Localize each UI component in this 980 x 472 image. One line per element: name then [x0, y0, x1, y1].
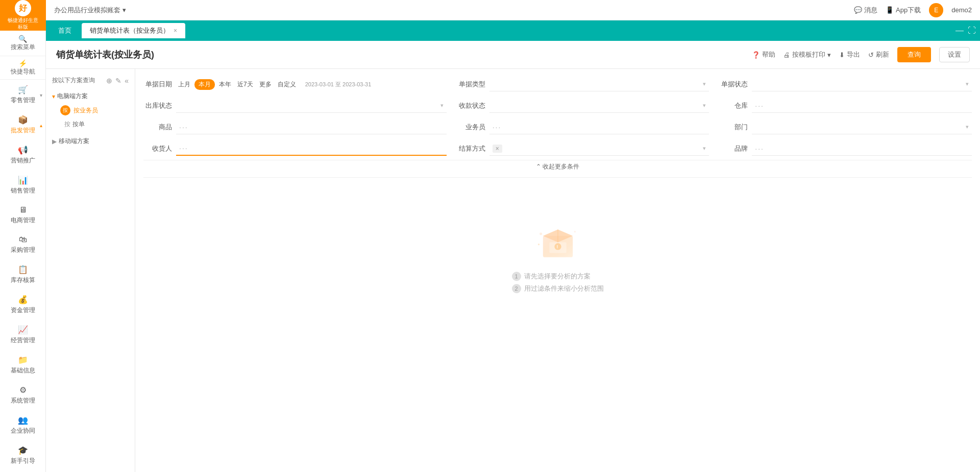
- help-button[interactable]: ❓ 帮助: [752, 50, 775, 59]
- sidebar-item-wholesale[interactable]: 📦 批发管理 ▴: [0, 110, 45, 140]
- edit-scheme-icon[interactable]: ✎: [115, 77, 121, 85]
- sidebar-logo[interactable]: 好 畅捷通好生意 标版: [0, 0, 46, 31]
- print-dropdown-icon: ▾: [827, 51, 831, 59]
- settlement-label: 结算方式: [457, 144, 485, 153]
- collapse-panel-icon[interactable]: «: [125, 77, 129, 85]
- logo-text: 畅捷通好生意: [8, 17, 38, 23]
- settings-button[interactable]: 设置: [939, 47, 970, 62]
- app-download-button[interactable]: 📱 App下载: [886, 6, 921, 15]
- topbar-right: 💬 消息 📱 App下载 E demo2: [854, 3, 972, 17]
- message-button[interactable]: 💬 消息: [854, 6, 877, 15]
- right-panel: 单据日期 上月 本月 本年 近7天 更多 自定义 2023-03-01 至 20…: [135, 69, 980, 472]
- mobile-scheme-header[interactable]: ▶ 移动端方案: [46, 135, 135, 148]
- status-select[interactable]: ▾: [752, 77, 972, 91]
- out-status-label: 出库状态: [143, 101, 172, 110]
- sidebar-search[interactable]: 🔍 搜索菜单: [0, 31, 45, 56]
- sidebar-item-collab[interactable]: 👥 企业协同: [0, 410, 45, 440]
- sidebar-item-retail[interactable]: 🛒 零售管理 ▾: [0, 80, 45, 110]
- receiver-input[interactable]: ···: [176, 141, 447, 156]
- add-scheme-icon[interactable]: ⊕: [106, 77, 112, 85]
- type-label: 单据类型: [457, 80, 485, 89]
- out-status-select[interactable]: ▾: [176, 99, 447, 113]
- goods-select[interactable]: ···: [176, 120, 447, 134]
- desktop-scheme-group: ▾ 电脑端方案 按 按业务员 按 按单: [46, 88, 135, 133]
- filter-settlement: 结算方式 × ▾: [457, 141, 709, 156]
- type-select[interactable]: ▾: [489, 77, 709, 91]
- date-btn-7days[interactable]: 近7天: [235, 79, 255, 90]
- sidebar-item-guide[interactable]: 🎓 新手引导: [0, 440, 45, 470]
- filter-row-3: 商品 ··· 业务员 ··· 部门 ▾: [143, 120, 972, 134]
- staff-label: 业务员: [457, 123, 485, 132]
- sidebar-item-finance[interactable]: 💰 资金管理: [0, 290, 45, 320]
- sidebar-item-basic[interactable]: 📁 基础信息: [0, 350, 45, 380]
- empty-illustration: !: [532, 213, 583, 264]
- sidebar-item-inventory[interactable]: 📋 库存核算: [0, 259, 45, 290]
- status-label: 单据状态: [719, 80, 748, 89]
- sidebar-quick-nav[interactable]: ⚡ 快捷导航: [0, 56, 45, 80]
- print-button[interactable]: 🖨 按模板打印 ▾: [783, 50, 831, 59]
- sidebar-item-purchase[interactable]: 🛍 采购管理: [0, 230, 45, 259]
- tab-maximize-icon[interactable]: ⛶: [968, 26, 976, 35]
- refresh-button[interactable]: ↺ 刷新: [868, 50, 889, 59]
- finance-icon: 💰: [18, 295, 28, 304]
- username-label: demo2: [951, 6, 972, 14]
- date-btn-custom[interactable]: 自定义: [276, 79, 298, 90]
- export-button[interactable]: ⬇ 导出: [839, 50, 860, 59]
- product-selector[interactable]: 办公用品行业模拟账套 ▾: [54, 6, 126, 15]
- tabbar: 首页 销货单统计表（按业务员） × — ⛶: [46, 20, 980, 41]
- scheme-item-staff[interactable]: 按 按业务员: [46, 103, 135, 118]
- date-btn-more[interactable]: 更多: [257, 79, 274, 90]
- warehouse-label: 仓库: [719, 101, 748, 110]
- date-btn-last-month[interactable]: 上月: [176, 79, 192, 90]
- logo-icon: 好: [15, 0, 31, 16]
- system-icon: ⚙: [19, 385, 27, 395]
- print-icon: 🖨: [783, 51, 790, 59]
- settlement-tag-close[interactable]: ×: [496, 145, 499, 152]
- staff-select[interactable]: ···: [489, 120, 709, 134]
- receiver-label: 收货人: [143, 144, 172, 153]
- empty-tips: 1 请先选择要分析的方案 2 用过滤条件来缩小分析范围: [512, 272, 604, 296]
- warehouse-select[interactable]: ···: [752, 99, 972, 113]
- sidebar-item-ecommerce[interactable]: 🖥 电商管理: [0, 200, 45, 230]
- filter-status: 单据状态 ▾: [719, 77, 972, 91]
- svg-text:!: !: [556, 244, 558, 249]
- tab-home[interactable]: 首页: [50, 23, 80, 38]
- tab-minimize-icon[interactable]: —: [955, 26, 964, 35]
- scheme-icon: 按: [60, 105, 70, 115]
- sidebar-item-marketing[interactable]: 📢 营销推广: [0, 140, 45, 170]
- brand-select[interactable]: ···: [752, 141, 972, 156]
- dept-icon: ▾: [966, 124, 969, 130]
- filter-out-status: 出库状态 ▾: [143, 99, 447, 113]
- filter-row-1: 单据日期 上月 本月 本年 近7天 更多 自定义 2023-03-01 至 20…: [143, 77, 972, 91]
- date-btn-this-year[interactable]: 本年: [217, 79, 233, 90]
- pay-status-select[interactable]: ▾: [489, 99, 709, 113]
- empty-tip-1: 1 请先选择要分析的方案: [512, 272, 604, 281]
- collab-icon: 👥: [18, 415, 28, 425]
- phone-icon: 📱: [886, 6, 894, 14]
- date-controls: 上月 本月 本年 近7天 更多 自定义 2023-03-01 至 2023-03…: [176, 79, 447, 90]
- sidebar-item-system[interactable]: ⚙ 系统管理: [0, 380, 45, 410]
- pay-status-icon: ▾: [703, 102, 706, 109]
- sidebar-item-sales[interactable]: 📊 销售管理: [0, 170, 45, 200]
- status-dropdown-icon: ▾: [966, 81, 969, 87]
- pay-status-label: 收款状态: [457, 101, 485, 110]
- sidebar-item-operation[interactable]: 📈 经营管理: [0, 320, 45, 350]
- collapse-filters-button[interactable]: ⌃ 收起更多条件: [143, 160, 972, 173]
- filter-goods: 商品 ···: [143, 120, 447, 134]
- date-quick-buttons: 上月 本月 本年 近7天 更多 自定义: [176, 79, 298, 90]
- sub-scheme-item-order[interactable]: 按 按单: [46, 118, 135, 131]
- desktop-scheme-header[interactable]: ▾ 电脑端方案: [46, 90, 135, 103]
- date-btn-this-month[interactable]: 本月: [194, 79, 215, 90]
- dept-select[interactable]: ▾: [752, 120, 972, 134]
- user-avatar[interactable]: E: [929, 3, 943, 17]
- export-icon: ⬇: [839, 51, 845, 59]
- dept-label: 部门: [719, 123, 748, 132]
- settlement-select[interactable]: × ▾: [489, 141, 709, 156]
- page-header: 销货单统计表(按业务员) ❓ 帮助 🖨 按模板打印 ▾ ⬇ 导出 ↺ 刷新 查询…: [46, 41, 980, 69]
- filter-pay-status: 收款状态 ▾: [457, 99, 709, 113]
- query-button[interactable]: 查询: [897, 47, 931, 62]
- out-status-icon: ▾: [440, 102, 444, 109]
- sub-icon: 按: [64, 120, 70, 129]
- tab-close-icon[interactable]: ×: [174, 27, 177, 34]
- tab-sales-stat[interactable]: 销货单统计表（按业务员） ×: [82, 23, 185, 38]
